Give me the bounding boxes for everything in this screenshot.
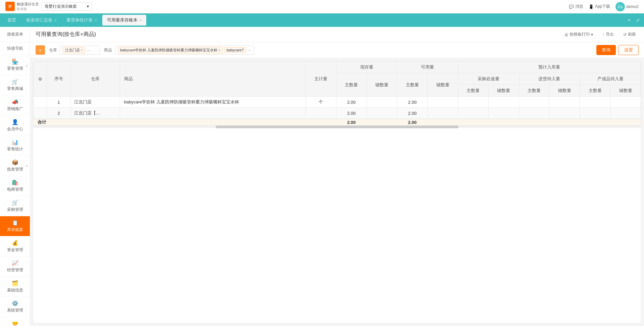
footer-incoming-main <box>519 119 549 125</box>
query-button[interactable]: 查询 <box>596 45 616 55</box>
sidebar-item-retail-mgmt[interactable]: 🏪 零售管理 ▲ <box>0 55 30 75</box>
industry-name: 母婴行业演示账套 <box>45 4 77 9</box>
warehouse-filter-group: 仓库 江北门店 × ··· <box>49 46 100 55</box>
basics-label: 基础信息 <box>7 287 23 293</box>
product-tag-1: babycare学饮杯 儿童防摔防撞吸管杯重力球吸嘴杯宝宝水杯 × <box>118 47 223 53</box>
warehouse-label: 仓库 <box>49 47 57 53</box>
cell-production-main-0 <box>580 97 610 108</box>
app-download-button[interactable]: 📱 App下载 <box>589 4 610 9</box>
footer-production-aux <box>610 119 641 125</box>
sidebar-item-finance[interactable]: 💰 资金管理 <box>0 236 30 257</box>
sidebar-search-section: 搜索菜单 <box>0 27 30 42</box>
tab-receipts-label: 收发存汇总表 <box>26 17 52 23</box>
col-no: 序号 <box>47 61 71 97</box>
tab-available-stock-close[interactable]: × <box>140 18 142 22</box>
cell-warehouse-0: 江北门店 <box>71 97 120 108</box>
tab-receipts-close[interactable]: × <box>54 18 56 22</box>
operation-icon: 📈 <box>12 260 18 266</box>
product-tag-2: babycare? <box>224 47 246 53</box>
export-button[interactable]: ↑ 导出 <box>600 30 616 39</box>
expand-window-button[interactable]: ⤢ <box>635 17 641 24</box>
cell-no-1: 2 <box>47 108 71 119</box>
table-row: 2 江北门店【... 2.00 2.00 <box>34 108 641 119</box>
close-window-button[interactable]: × <box>627 17 632 24</box>
marketing-icon: 📣 <box>12 99 18 105</box>
nav-right-controls: × ⤢ <box>627 17 641 24</box>
quick-nav-button[interactable]: 快捷导航 <box>0 44 30 53</box>
warehouse-input[interactable]: 江北门店 × ··· <box>60 46 100 55</box>
col-group-forecast: 预计入库量 <box>458 61 641 73</box>
sidebar-item-member-center[interactable]: 👤 会员中心 <box>0 115 30 136</box>
refresh-button[interactable]: ↺ 刷新 <box>621 30 639 39</box>
page-header: 可用量查询(按仓库+商品) 🖨 按模板打印 ▾ ↑ 导出 ↺ 刷新 <box>30 27 644 42</box>
product-tag-1-close[interactable]: × <box>218 48 220 52</box>
sidebar-item-system[interactable]: ⚙️ 系统管理 <box>0 297 30 317</box>
sidebar-item-basics[interactable]: 🗂️ 基础信息 <box>0 277 30 297</box>
sidebar-item-operation[interactable]: 📈 经营管理 <box>0 257 30 277</box>
enterprise-icon: 🤝 <box>12 320 18 326</box>
footer-purchase-aux <box>488 119 519 125</box>
setting-button[interactable]: 设置 <box>619 45 639 55</box>
sidebar-item-enterprise[interactable]: 🤝 企业协同 <box>0 317 30 326</box>
col-current-aux: 辅数量 <box>367 73 397 97</box>
cell-purchase-main-1 <box>458 108 488 119</box>
horizontal-scrollbar[interactable] <box>33 125 641 128</box>
finance-label: 资金管理 <box>7 247 23 253</box>
sidebar-item-marketing[interactable]: 📣 营销推广 <box>0 95 30 115</box>
product-input[interactable]: babycare学饮杯 儿童防摔防撞吸管杯重力球吸嘴杯宝宝水杯 × babyca… <box>115 46 254 55</box>
footer-purchase-main <box>458 119 488 125</box>
chevron-icon: ▲ <box>25 63 29 67</box>
sidebar-item-wholesale-mgmt[interactable]: 📦 批发管理 ▼ <box>0 156 30 176</box>
sidebar-item-retail-mall[interactable]: 🛒 零售商城 <box>0 75 30 95</box>
sidebar-item-purchase-mgmt[interactable]: 🛒 采购管理 <box>0 196 30 216</box>
sidebar-item-retail-stats[interactable]: 📊 零售统计 <box>0 136 30 156</box>
message-button[interactable]: 💬 消息 <box>569 4 583 9</box>
product-ellipsis[interactable]: ··· <box>248 47 252 53</box>
retail-stats-icon: 📊 <box>12 139 18 145</box>
purchase-icon: 🛒 <box>12 199 18 206</box>
col-group-purchase: 采购在途量 <box>458 73 519 85</box>
page-title: 可用量查询(按仓库+商品) <box>36 31 96 38</box>
sidebar-item-ecommerce[interactable]: 🛍️ 电商管理 <box>0 176 30 196</box>
footer-available-main: 2.00 <box>397 119 428 125</box>
tab-home[interactable]: 首页 <box>3 17 21 23</box>
search-menu-button[interactable]: 搜索菜单 <box>3 30 27 39</box>
product-label: 商品 <box>104 47 112 53</box>
message-label: 消息 <box>575 4 583 9</box>
col-group-incoming: 进货待入量 <box>519 73 580 85</box>
warehouse-ellipsis[interactable]: ··· <box>87 47 91 53</box>
purchase-label: 采购管理 <box>7 207 23 213</box>
tab-receipts[interactable]: 收发存汇总表 × <box>21 15 61 26</box>
col-production-main: 主数量 <box>580 85 610 97</box>
tab-order-stats-close[interactable]: × <box>95 18 97 22</box>
template-print-button[interactable]: 🖨 按模板打印 ▾ <box>561 30 596 39</box>
scrollbar-thumb[interactable] <box>216 126 459 128</box>
download-icon: 📱 <box>589 4 594 9</box>
col-incoming-aux: 辅数量 <box>549 85 580 97</box>
cell-production-main-1 <box>580 108 610 119</box>
warehouse-tag-close[interactable]: × <box>81 48 83 52</box>
industry-selector[interactable]: 母婴行业演示账套 ▾ <box>42 2 92 11</box>
cell-available-main-0: 2.00 <box>397 97 428 108</box>
col-group-available: 可用量 <box>397 61 458 73</box>
inventory-label: 库存核算 <box>7 227 23 233</box>
user-menu[interactable]: Ea demo2 <box>615 2 639 11</box>
warehouse-tag: 江北门店 × <box>63 47 85 53</box>
tab-available-stock[interactable]: 可用量库存账本 × <box>102 15 146 26</box>
tab-order-stats-label: 要货单统计表 <box>66 17 93 23</box>
cell-production-aux-0 <box>610 97 641 108</box>
col-gear[interactable]: ⚙ <box>34 61 47 97</box>
table-footer-row: 合计 2.00 2.00 <box>34 119 641 125</box>
cell-purchase-aux-0 <box>488 97 519 108</box>
chevron-down-icon: ▾ <box>87 4 89 9</box>
product-tag-2-value: babycare? <box>226 48 244 52</box>
tab-order-stats[interactable]: 要货单统计表 × <box>62 15 101 26</box>
cell-unit-0: 个 <box>306 97 336 108</box>
user-name: demo2 <box>626 4 639 9</box>
refresh-icon: ↺ <box>623 32 627 37</box>
filter-toggle-button[interactable]: » <box>36 45 45 55</box>
cell-current-aux-0 <box>367 97 397 108</box>
cell-available-aux-0 <box>428 97 458 108</box>
sidebar-item-inventory[interactable]: 📋 库存核算 <box>0 216 30 236</box>
cell-current-main-0: 2.00 <box>336 97 367 108</box>
